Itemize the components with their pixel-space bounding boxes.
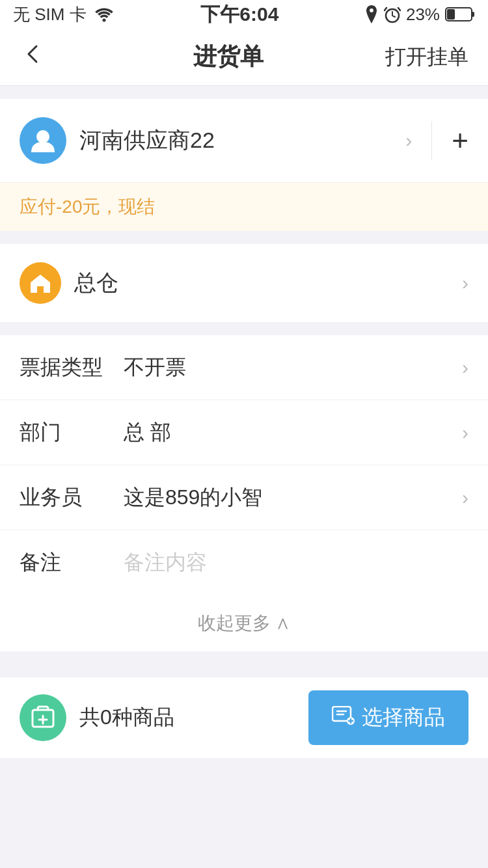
invoice-label: 票据类型: [20, 353, 111, 382]
invoice-chevron-icon: ›: [462, 357, 468, 379]
add-supplier-button[interactable]: +: [452, 124, 468, 157]
department-label: 部门: [20, 418, 111, 447]
salesperson-chevron-icon: ›: [462, 487, 468, 509]
back-button[interactable]: [20, 41, 72, 73]
svg-point-0: [102, 19, 105, 22]
location-icon: [364, 5, 379, 23]
product-bar: 共0种商品 选择商品: [0, 677, 488, 758]
remark-label: 备注: [20, 549, 111, 577]
battery-icon: [445, 7, 475, 22]
supplier-avatar: [20, 117, 66, 164]
nav-bar: 进货单 打开挂单: [0, 29, 488, 86]
status-right: 23%: [364, 5, 475, 25]
section-gap-3: [0, 651, 488, 664]
product-icon-wrap: [20, 694, 66, 741]
status-bar: 无 SIM 卡 下午6:04 23%: [0, 0, 488, 29]
svg-point-5: [36, 130, 49, 143]
svg-rect-4: [447, 9, 455, 20]
department-row[interactable]: 部门 总 部 ›: [0, 400, 488, 465]
invoice-value: 不开票: [124, 353, 455, 382]
warehouse-row[interactable]: 总仓 ›: [0, 244, 488, 322]
supplier-row-right: › +: [405, 121, 468, 160]
content-area: 河南供应商22 › + 应付-20元，现结 总仓 › 票据类型 不开票: [0, 86, 488, 868]
status-time: 下午6:04: [200, 1, 278, 28]
warehouse-chevron-icon: ›: [462, 272, 468, 294]
form-section: 票据类型 不开票 › 部门 总 部 › 业务员 这是859的小智 › 备注 备注…: [0, 335, 488, 595]
section-gap-2: [0, 231, 488, 244]
department-value: 总 部: [124, 418, 455, 447]
select-product-button[interactable]: 选择商品: [308, 690, 468, 745]
warehouse-card: 总仓 ›: [0, 244, 488, 322]
salesperson-label: 业务员: [20, 483, 111, 512]
warehouse-name: 总仓: [74, 268, 462, 298]
collapse-row[interactable]: 收起更多 ∧: [0, 595, 488, 651]
invoice-row[interactable]: 票据类型 不开票 ›: [0, 335, 488, 400]
battery-text: 23%: [406, 5, 440, 25]
salesperson-value: 这是859的小智: [124, 483, 455, 512]
page-title: 进货单: [193, 41, 264, 73]
supplier-alert: 应付-20元，现结: [0, 183, 488, 231]
svg-rect-3: [472, 12, 474, 17]
open-pending-button[interactable]: 打开挂单: [385, 43, 468, 72]
supplier-section: 河南供应商22 › + 应付-20元，现结: [0, 99, 488, 231]
remark-input[interactable]: 备注内容: [124, 549, 468, 577]
carrier-text: 无 SIM 卡: [13, 3, 87, 26]
supplier-row[interactable]: 河南供应商22 › +: [0, 99, 488, 183]
vertical-divider: [431, 121, 432, 160]
select-product-icon: [332, 705, 355, 731]
wifi-icon: [93, 7, 115, 22]
collapse-text: 收起更多 ∧: [198, 611, 291, 636]
gray-area: [0, 758, 488, 868]
supplier-chevron-icon: ›: [405, 129, 412, 152]
select-product-label: 选择商品: [362, 703, 445, 732]
section-gap-1: [0, 86, 488, 99]
supplier-name: 河南供应商22: [79, 126, 405, 156]
status-carrier: 无 SIM 卡: [13, 3, 115, 26]
warehouse-icon-wrap: [20, 262, 61, 304]
salesperson-row[interactable]: 业务员 这是859的小智 ›: [0, 465, 488, 530]
department-chevron-icon: ›: [462, 422, 468, 444]
product-count: 共0种商品: [79, 703, 308, 732]
remark-row[interactable]: 备注 备注内容: [0, 530, 488, 595]
alarm-icon: [384, 5, 401, 23]
